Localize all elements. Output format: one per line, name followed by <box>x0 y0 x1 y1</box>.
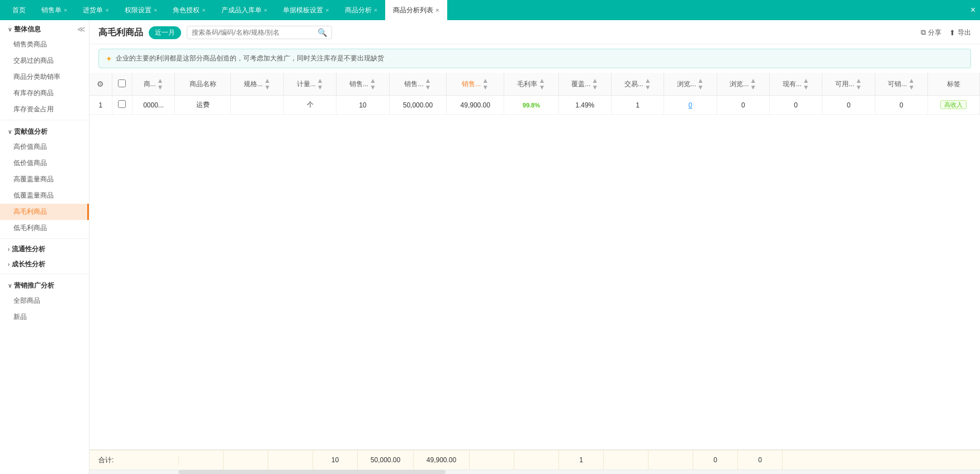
cell-sales-profit: 49,900.00 <box>447 96 504 115</box>
nav-sales[interactable]: 销售单 × <box>34 0 75 20</box>
filter-recent-month[interactable]: 近一月 <box>149 26 181 39</box>
export-button[interactable]: ⬆ 导出 <box>949 28 971 37</box>
col-trade[interactable]: 交易... ▲▼ <box>611 73 664 96</box>
select-all-checkbox[interactable] <box>118 79 126 87</box>
search-input[interactable] <box>192 29 315 36</box>
sidebar-group-liquidity[interactable]: › 流通性分析 <box>0 241 89 256</box>
table-body: 1 0000... 运费 个 10 50,000.00 49,900.00 99… <box>89 96 980 115</box>
content-header: 高毛利商品 近一月 🔍 ⧉ 分享 ⬆ 导出 <box>89 20 980 44</box>
nav-template-close[interactable]: × <box>325 7 329 13</box>
cell-name: 运费 <box>175 96 231 115</box>
nav-sales-close[interactable]: × <box>64 7 67 13</box>
cell-sales-amount: 50,000.00 <box>389 96 447 115</box>
nav-purchase-close[interactable]: × <box>105 7 108 13</box>
share-button[interactable]: ⧉ 分享 <box>921 28 941 37</box>
sidebar-group-contribution[interactable]: ∨ 贡献值分析 <box>0 123 89 139</box>
overall-expand-icon: ∨ <box>8 26 12 32</box>
sidebar-group-marketing[interactable]: ∨ 营销推广分析 <box>0 276 89 293</box>
nav-analysis-list-close[interactable]: × <box>435 7 439 13</box>
cell-sellable-stock: 0 <box>875 96 927 115</box>
nav-purchase[interactable]: 进货单 × <box>75 0 116 20</box>
sidebar-group-overall[interactable]: ∨ 整体信息 <box>0 20 89 36</box>
col-code[interactable]: 商... ▲▼ <box>132 73 175 96</box>
footer-total: 合计: 10 50,000.00 49,900.00 1 0 0 <box>89 449 980 470</box>
sidebar-item-category-rate[interactable]: 商品分类助销率 <box>0 69 89 85</box>
sidebar-item-low-value[interactable]: 低价值商品 <box>0 155 89 171</box>
cell-tag: 高收入 <box>927 96 979 115</box>
col-name[interactable]: 商品名称 <box>175 73 231 96</box>
sidebar-item-sales-goods[interactable]: 销售类商品 <box>0 36 89 53</box>
cell-trade: 1 <box>611 96 664 115</box>
col-browse1[interactable]: 浏览... ▲▼ <box>664 73 717 96</box>
liquidity-expand-icon: › <box>8 246 10 252</box>
export-icon: ⬆ <box>949 29 955 37</box>
nav-analysis[interactable]: 商品分析 × <box>337 0 385 20</box>
nav-home[interactable]: 首页 <box>4 0 34 20</box>
nav-template[interactable]: 单据模板设置 × <box>275 0 337 20</box>
horizontal-scrollbar[interactable] <box>89 470 980 474</box>
nav-product-in-close[interactable]: × <box>264 7 267 13</box>
growth-expand-icon: › <box>8 261 10 267</box>
table-row[interactable]: 1 0000... 运费 个 10 50,000.00 49,900.00 99… <box>89 96 980 115</box>
footer-cell-cover <box>514 450 559 470</box>
cell-available-stock: 0 <box>822 96 875 115</box>
sidebar-item-low-coverage[interactable]: 低覆盖量商品 <box>0 187 89 204</box>
footer-cell-sales-amount: 50,000.00 <box>358 450 414 470</box>
col-sales-amount[interactable]: 销售... ▲▼ <box>389 73 447 96</box>
top-navigation: 首页 销售单 × 进货单 × 权限设置 × 角色授权 × 产成品入库单 × 单据… <box>0 0 980 20</box>
col-current-stock[interactable]: 现有... ▲▼ <box>769 73 822 96</box>
nav-role[interactable]: 角色授权 × <box>165 0 213 20</box>
sidebar-item-traded-goods[interactable]: 交易过的商品 <box>0 53 89 69</box>
sidebar-item-high-value[interactable]: 高价值商品 <box>0 139 89 155</box>
col-gross-rate[interactable]: 毛利率 ▲▼ <box>504 73 558 96</box>
cell-checkbox[interactable] <box>112 96 132 115</box>
table-wrapper[interactable]: ⚙ 商... ▲▼ 商品名称 <box>89 73 980 449</box>
row-checkbox[interactable] <box>118 100 126 108</box>
contribution-expand-icon: ∨ <box>8 129 12 135</box>
sidebar-item-low-gross[interactable]: 低毛利商品 <box>0 220 89 236</box>
nav-permission-close[interactable]: × <box>154 7 157 13</box>
search-icon[interactable]: 🔍 <box>318 28 327 37</box>
footer-cell-sales-profit: 49,900.00 <box>414 450 470 470</box>
cell-code: 0000... <box>132 96 175 115</box>
cell-index: 1 <box>89 96 112 115</box>
sidebar-item-high-coverage[interactable]: 高覆盖量商品 <box>0 171 89 187</box>
footer-cell-available-stock: 0 <box>738 450 783 470</box>
col-sales-qty[interactable]: 销售... ▲▼ <box>337 73 389 96</box>
col-spec[interactable]: 规格... ▲▼ <box>231 73 283 96</box>
page-title: 高毛利商品 <box>98 27 143 39</box>
settings-icon[interactable]: ⚙ <box>97 79 104 88</box>
sidebar-item-all-goods[interactable]: 全部商品 <box>0 293 89 309</box>
cell-sales-qty: 10 <box>337 96 389 115</box>
search-box[interactable]: 🔍 <box>187 26 332 39</box>
sidebar: ≪ ∨ 整体信息 销售类商品 交易过的商品 商品分类助销率 有库存的商品 库存资… <box>0 20 89 474</box>
scrollbar-track[interactable] <box>178 470 446 474</box>
col-cover-rate[interactable]: 覆盖... ▲▼ <box>558 73 611 96</box>
col-sales-profit[interactable]: 销售... ▲▼ <box>447 73 504 96</box>
sidebar-item-stock-goods[interactable]: 有库存的商品 <box>0 85 89 101</box>
footer-cell-spacer2 <box>224 450 268 470</box>
col-sellable-stock[interactable]: 可销... ▲▼ <box>875 73 927 96</box>
sidebar-collapse-button[interactable]: ≪ <box>77 25 86 34</box>
sidebar-item-high-gross[interactable]: 高毛利商品 <box>0 204 89 220</box>
col-checkbox <box>112 73 132 96</box>
global-close-icon[interactable]: × <box>970 5 976 15</box>
nav-product-in[interactable]: 产成品入库单 × <box>214 0 275 20</box>
nav-analysis-list[interactable]: 商品分析列表 × <box>385 0 447 20</box>
sidebar-item-new-goods[interactable]: 新品 <box>0 309 89 325</box>
cell-gross-rate: 99.8% <box>504 96 558 115</box>
col-tag: 标签 <box>927 73 979 96</box>
col-browse2[interactable]: 浏览... ▲▼ <box>717 73 769 96</box>
nav-analysis-close[interactable]: × <box>374 7 377 13</box>
nav-role-close[interactable]: × <box>202 7 205 13</box>
nav-permission[interactable]: 权限设置 × <box>117 0 165 20</box>
cell-current-stock: 0 <box>769 96 822 115</box>
footer-total-inner: 合计: 10 50,000.00 49,900.00 1 0 0 <box>89 450 980 470</box>
col-available-stock[interactable]: 可用... ▲▼ <box>822 73 875 96</box>
sidebar-item-stock-capital[interactable]: 库存资金占用 <box>0 101 89 118</box>
sidebar-group-growth[interactable]: › 成长性分析 <box>0 256 89 271</box>
col-unit[interactable]: 计量... ▲▼ <box>283 73 336 96</box>
data-table: ⚙ 商... ▲▼ 商品名称 <box>89 73 980 115</box>
cell-browse1[interactable]: 0 <box>664 96 717 115</box>
footer-cell-browse1 <box>604 450 648 470</box>
